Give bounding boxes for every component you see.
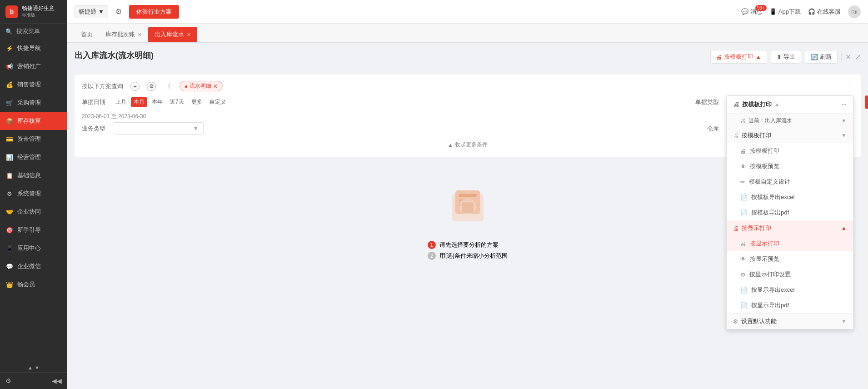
date-shortcut-7days[interactable]: 近7天 — [167, 97, 187, 107]
sidebar-item-label: 库存核算 — [17, 117, 41, 125]
current-option-chevron: ▼ — [841, 118, 847, 124]
tab-flow-close[interactable]: ✕ — [187, 32, 191, 38]
active-tag-icon: ● — [185, 83, 188, 90]
sidebar-item-app-center[interactable]: 📱 应用中心 — [0, 239, 67, 257]
active-filter-tag[interactable]: ● 流水明细 ✕ — [180, 81, 223, 91]
panel-item-display-settings[interactable]: ⚙ 按显示打印设置 — [727, 267, 853, 282]
sidebar-item-membership[interactable]: 👑 畅会员 — [0, 275, 67, 294]
company-selector[interactable]: 畅捷通 ▼ — [75, 5, 108, 18]
refresh-btn[interactable]: 🔄 刷新 — [805, 50, 838, 64]
tab-flow[interactable]: 出入库流水 ✕ — [148, 27, 197, 42]
active-tag-close[interactable]: ✕ — [213, 83, 218, 90]
panel-item-template-preview[interactable]: 👁 按模板预览 — [727, 159, 853, 174]
sidebar-item-label: 销售管理 — [17, 80, 41, 89]
refresh-icon: 🔄 — [811, 54, 818, 60]
refresh-label: 刷新 — [820, 53, 832, 61]
tab-batch-account-label: 库存批次账 — [105, 30, 135, 39]
panel-item-template-design[interactable]: ✏ 模板自定义设计 — [727, 174, 853, 190]
sidebar-item-marketing[interactable]: 📢 营销推广 — [0, 57, 67, 75]
panel-item-display-print[interactable]: 🖨 按显示打印 — [727, 236, 853, 251]
sidebar-item-label: 企业协同 — [17, 208, 41, 216]
panel-item-display-pdf[interactable]: 📄 按显示导出pdf — [727, 298, 853, 313]
sidebar-item-system[interactable]: ⚙ 系统管理 — [0, 185, 67, 203]
panel-item-template-excel[interactable]: 📄 按模板导出excel — [727, 190, 853, 205]
sidebar-item-guide[interactable]: 🎯 新手引导 — [0, 221, 67, 239]
guide-icon: 🎯 — [5, 226, 14, 234]
item-display-pdf-icon: 📄 — [740, 302, 748, 309]
sidebar-item-label: 快捷导航 — [17, 44, 41, 52]
business-chevron: ▼ — [193, 125, 199, 132]
sidebar-item-enterprise[interactable]: 🤝 企业协同 — [0, 203, 67, 221]
tab-home[interactable]: 首页 — [75, 27, 99, 42]
business-type-dropdown[interactable]: ▼ — [113, 122, 204, 135]
template-print-icon: 🖨 — [733, 132, 739, 139]
tab-batch-account-close[interactable]: ✕ — [138, 32, 142, 38]
system-icon: ⚙ — [5, 190, 14, 198]
date-shortcut-this-year[interactable]: 本年 — [149, 97, 165, 107]
filter-settings-btn[interactable]: ⚙ — [147, 82, 156, 91]
sidebar-item-sales[interactable]: 💰 销售管理 — [0, 75, 67, 94]
template-print-section-header[interactable]: 🖨 按模板打印 ▼ — [727, 128, 853, 143]
avatar[interactable]: Rit — [848, 5, 861, 18]
sidebar-item-label: 资金管理 — [17, 135, 41, 143]
logo-text-area: 畅捷通好生意 标准版 — [22, 5, 55, 19]
item-display-excel-icon: 📄 — [740, 287, 748, 294]
display-print-section-header[interactable]: 🖨 按显示打印 ▲ — [727, 220, 853, 236]
footer-settings-icon[interactable]: ⚙ — [5, 377, 11, 384]
sidebar-item-inventory[interactable]: 📦 库存核算 — [0, 112, 67, 130]
footer-collapse-icon[interactable]: ◀◀ — [52, 377, 62, 384]
app-download-btn[interactable]: 📱 App下载 — [769, 8, 801, 16]
maximize-window-btn[interactable]: ⤢ — [855, 53, 861, 61]
membership-icon: 👑 — [5, 280, 14, 289]
panel-item-template-pdf[interactable]: 📄 按模板导出pdf — [727, 205, 853, 220]
date-shortcut-last-month[interactable]: 上月 — [113, 97, 129, 107]
svg-rect-2 — [459, 194, 477, 197]
wechat-icon: 💬 — [5, 262, 14, 270]
item-print-icon: 🖨 — [740, 148, 746, 155]
close-window-btn[interactable]: ✕ — [845, 53, 851, 61]
print-btn[interactable]: 🖨 按模板打印 ▲ — [710, 50, 767, 64]
edition-label: 标准版 — [22, 12, 55, 18]
panel-item-display-excel[interactable]: 📄 按显示导出excel — [727, 282, 853, 298]
current-option-label: 当前：出入库流水 — [748, 117, 792, 125]
online-service-btn[interactable]: 🎧 在线客服 — [808, 8, 841, 16]
message-btn[interactable]: 💬 消息 99+ — [741, 8, 762, 16]
sidebar-item-basic[interactable]: 📋 基础信息 — [0, 166, 67, 185]
display-section-chevron: ▲ — [841, 225, 847, 231]
sidebar-item-finance[interactable]: 💳 资金管理 — [0, 130, 67, 148]
industry-btn[interactable]: 体验行业方案 — [129, 5, 179, 19]
scroll-down-arrow[interactable]: ▼ — [35, 365, 40, 370]
sidebar-item-purchase[interactable]: 🛒 采购管理 — [0, 94, 67, 112]
date-shortcut-custom[interactable]: 自定义 — [207, 97, 229, 107]
panel-current-option[interactable]: 🖨 当前：出入库流水 ▼ — [727, 114, 853, 128]
finance-icon: 💳 — [5, 135, 14, 143]
app-download-label: App下载 — [778, 8, 801, 16]
business-type-label: 业务类型 — [82, 125, 105, 133]
empty-tip-2: 2 用[选]条件来缩小分析范围 — [428, 252, 508, 260]
sidebar-item-quick-nav[interactable]: ⚡ 快捷导航 — [0, 39, 67, 57]
basic-icon: 📋 — [5, 171, 14, 180]
message-badge: 99+ — [755, 5, 767, 11]
app-center-icon: 📱 — [5, 244, 14, 252]
panel-item-display-preview[interactable]: 👁 按显示预览 — [727, 251, 853, 267]
date-shortcut-more[interactable]: 更多 — [189, 97, 205, 107]
export-icon: ⬆ — [777, 54, 782, 60]
default-setting-section-header[interactable]: ⚙ 设置默认功能 ▼ — [727, 313, 853, 329]
sidebar-item-label: 应用中心 — [17, 244, 41, 252]
scroll-up-arrow[interactable]: ▲ — [28, 365, 33, 370]
export-btn[interactable]: ⬆ 导出 — [771, 50, 801, 64]
filter-add-btn[interactable]: + — [130, 82, 140, 91]
main-scrollbar[interactable] — [865, 91, 868, 389]
filter-collapse-btn[interactable]: 《 — [163, 82, 172, 91]
enterprise-icon: 🤝 — [5, 208, 14, 216]
topbar-settings-btn[interactable]: ⚙ — [112, 5, 125, 19]
sidebar-item-operations[interactable]: 📊 经营管理 — [0, 148, 67, 166]
panel-item-template-print[interactable]: 🖨 按模板打印 — [727, 143, 853, 159]
sidebar-item-wechat[interactable]: 💬 企业微信 — [0, 257, 67, 275]
display-print-label: 按显示打印 — [742, 224, 771, 232]
panel-more-icon[interactable]: ··· — [841, 101, 847, 108]
search-menu[interactable]: 🔍 搜索菜单 — [0, 24, 67, 39]
date-shortcut-this-month[interactable]: 本月 — [131, 97, 147, 107]
tab-batch-account[interactable]: 库存批次账 ✕ — [99, 27, 148, 42]
main-area: 畅捷通 ▼ ⚙ 体验行业方案 💬 消息 99+ 📱 App下载 🎧 在线客服 R… — [67, 0, 868, 389]
